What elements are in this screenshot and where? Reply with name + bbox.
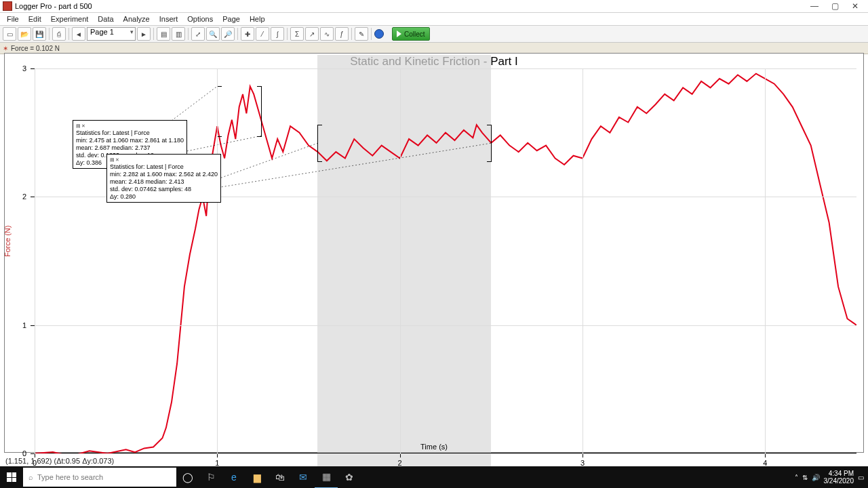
examine-icon[interactable]: ✚ — [241, 27, 254, 41]
app-icon — [3, 1, 12, 11]
menu-insert[interactable]: Insert — [155, 15, 182, 23]
tray-clock[interactable]: 4:34 PM 3/24/2020 — [824, 470, 854, 485]
menu-edit[interactable]: Edit — [24, 15, 45, 23]
tray-time: 4:34 PM — [824, 470, 854, 477]
range1-left-bracket[interactable] — [217, 86, 222, 137]
stats-icon[interactable]: Σ — [290, 27, 304, 41]
y-axis-label: Force (N) — [3, 226, 12, 257]
system-tray[interactable]: ˄ ⇅ 🔊 4:34 PM 3/24/2020 ▭ — [791, 470, 869, 485]
loggerpro-taskbar-icon[interactable]: ▦ — [315, 466, 338, 488]
search-icon: ⌕ — [28, 473, 33, 481]
toolbar: ▭ 📂 💾 ⎙ ◄ Page 1 ► ▤ ▥ ⤢ 🔍 🔎 ✚ ∕ ∫ Σ ↗ ∿… — [0, 26, 868, 43]
sensor-status-icon — [374, 29, 384, 39]
autoscale-icon[interactable]: ⤢ — [191, 27, 205, 41]
play-icon — [397, 30, 401, 37]
stats1-icons: ▤ ✕ — [76, 122, 184, 129]
coord-readout: (1.151, 1.692) (Δt:0.95 Δy:0.073) — [5, 457, 114, 465]
task-view-icon[interactable]: ◯ — [176, 466, 199, 488]
stats2-icons: ▤ ✕ — [110, 156, 218, 163]
close-button[interactable]: ✕ — [845, 1, 865, 11]
store-run-icon[interactable]: ▥ — [172, 27, 185, 41]
tray-volume-icon[interactable]: 🔊 — [812, 474, 820, 481]
page-selector[interactable]: Page 1 — [87, 27, 136, 41]
stats1-header: Statistics for: Latest | Force — [76, 129, 184, 137]
integral-icon[interactable]: ∫ — [271, 27, 284, 41]
app-icon-2[interactable]: ✿ — [338, 466, 361, 488]
menu-analyze[interactable]: Analyze — [119, 15, 154, 23]
tray-network-icon[interactable]: ⇅ — [802, 474, 808, 481]
svg-line-2 — [208, 143, 317, 182]
stats-box-2[interactable]: ▤ ✕ Statistics for: Latest | Force min: … — [106, 154, 221, 203]
menu-experiment[interactable]: Experiment — [47, 15, 93, 23]
edge-icon[interactable]: e — [222, 466, 245, 488]
zoom-in-icon[interactable]: 🔍 — [206, 27, 220, 41]
menu-page[interactable]: Page — [218, 15, 244, 23]
open-icon[interactable]: 📂 — [18, 27, 31, 41]
mail-icon[interactable]: ✉ — [292, 466, 315, 488]
explorer-icon[interactable]: ▆ — [245, 466, 269, 488]
search-placeholder: Type here to search — [37, 473, 103, 481]
curve-fit-icon[interactable]: ∿ — [320, 27, 334, 41]
next-page-icon[interactable]: ► — [137, 27, 151, 41]
tray-notifications-icon[interactable]: ▭ — [858, 474, 864, 481]
titlebar: Logger Pro - part d 500 — ▢ ✕ — [0, 0, 868, 13]
data-browser-icon[interactable]: ▤ — [157, 27, 170, 41]
collect-label: Collect — [404, 30, 425, 38]
tray-date: 3/24/2020 — [824, 477, 854, 485]
menu-help[interactable]: Help — [245, 15, 269, 23]
collect-button[interactable]: Collect — [392, 27, 430, 41]
print-icon[interactable]: ⎙ — [52, 27, 66, 41]
tray-chevron-icon[interactable]: ˄ — [795, 474, 798, 481]
window-title: Logger Pro - part d 500 — [15, 2, 804, 10]
cortana-icon[interactable]: ⚐ — [199, 466, 222, 488]
stats2-l4: Δy: 0.280 — [110, 193, 218, 201]
new-icon[interactable]: ▭ — [3, 27, 16, 41]
maximize-button[interactable]: ▢ — [825, 1, 845, 11]
x-axis-label: Time (s) — [420, 443, 448, 451]
minimize-button[interactable]: — — [804, 1, 825, 11]
zoom-out-icon[interactable]: 🔎 — [221, 27, 235, 41]
model-icon[interactable]: ƒ — [335, 27, 349, 41]
menubar: File Edit Experiment Data Analyze Insert… — [0, 13, 868, 26]
stats2-header: Statistics for: Latest | Force — [110, 163, 218, 171]
taskbar-search[interactable]: ⌕ Type here to search — [23, 468, 176, 487]
menu-data[interactable]: Data — [94, 15, 117, 23]
store-icon[interactable]: 🛍 — [269, 466, 292, 488]
menu-options[interactable]: Options — [183, 15, 217, 23]
graph-panel[interactable]: Static and Kinetic Friction - Part I For… — [4, 53, 864, 453]
taskbar: ⌕ Type here to search ◯ ⚐ e ▆ 🛍 ✉ ▦ ✿ ˄ … — [0, 466, 868, 488]
stats1-l1: min: 2.475 at 1.060 max: 2.861 at 1.180 — [76, 137, 184, 144]
save-icon[interactable]: 💾 — [33, 27, 46, 41]
stats2-l2: mean: 2.418 median: 2.413 — [110, 178, 218, 186]
stats2-l1: min: 2.282 at 1.600 max: 2.562 at 2.420 — [110, 171, 218, 178]
prev-page-icon[interactable]: ◄ — [72, 27, 85, 41]
linear-fit-icon[interactable]: ↗ — [305, 27, 319, 41]
range2-left-bracket[interactable] — [317, 125, 322, 162]
start-button[interactable] — [0, 466, 23, 488]
draw-prediction-icon[interactable]: ✎ — [355, 27, 368, 41]
tangent-icon[interactable]: ∕ — [256, 27, 269, 41]
range2-right-bracket[interactable] — [487, 125, 492, 162]
range1-right-bracket[interactable] — [257, 86, 262, 137]
sensor-reading: Force = 0.102 N — [11, 45, 60, 52]
stats1-l2: mean: 2.687 median: 2.737 — [76, 144, 184, 152]
stats2-l3: std. dev: 0.07462 samples: 48 — [110, 186, 218, 193]
sensor-icon: ✶ — [3, 45, 8, 52]
menu-file[interactable]: File — [3, 15, 23, 23]
